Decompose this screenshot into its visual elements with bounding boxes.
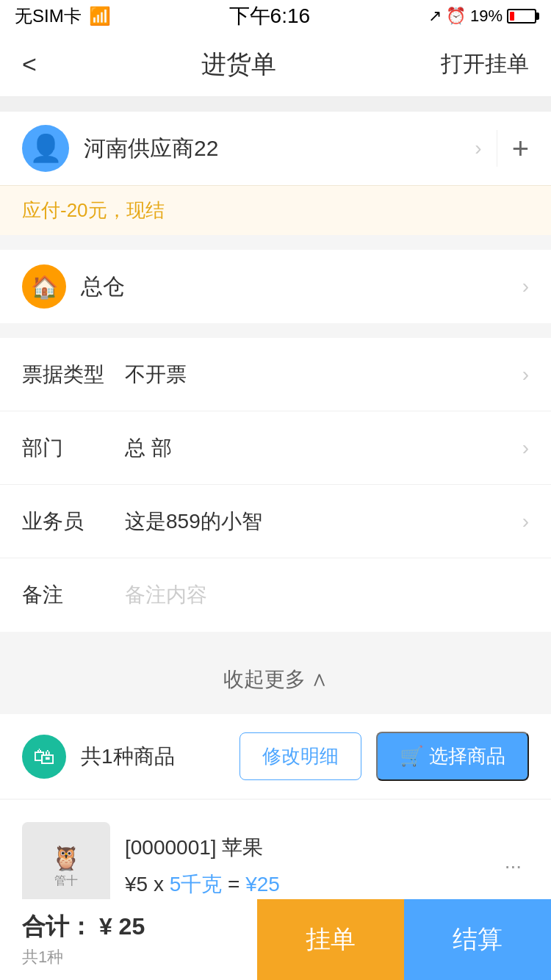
total-value: ¥ 25 [99, 913, 145, 940]
alarm-icon: ⏰ [446, 7, 466, 26]
product-more-button[interactable]: ··· [497, 847, 529, 885]
product-title: 苹果 [222, 836, 263, 859]
status-left: 无SIM卡 📶 [15, 4, 111, 28]
vertical-divider [497, 130, 497, 167]
invoice-row[interactable]: 票据类型 不开票 › [0, 338, 551, 411]
add-supplier-button[interactable]: + [512, 132, 529, 165]
product-price: ¥5 x 5千克 = ¥25 [125, 871, 483, 898]
modify-detail-button[interactable]: 修改明细 [240, 732, 361, 780]
total-label: 合计： [22, 913, 93, 940]
status-bar: 无SIM卡 📶 下午6:16 ↗ ⏰ 19% [0, 0, 551, 32]
product-code: [0000001] [125, 836, 217, 859]
back-button[interactable]: < [22, 50, 37, 79]
product-count-text: 共1种商品 [81, 743, 225, 771]
salesman-row[interactable]: 业务员 这是859的小智 › [0, 485, 551, 558]
department-value: 总 部 [110, 434, 522, 462]
department-chevron-icon: › [522, 436, 529, 460]
product-quantity: 5千克 [170, 873, 223, 896]
owl-logo: 🦉 管十 [51, 844, 81, 889]
product-unit-price: ¥5 [125, 873, 148, 896]
payment-hint: 应付-20元，现结 [0, 185, 551, 235]
product-thumbnail: 🦉 管十 [22, 822, 110, 910]
battery-icon [507, 9, 536, 24]
nav-bar: < 进货单 打开挂单 [0, 32, 551, 97]
product-count-icon: 🛍 [22, 735, 66, 779]
total-main: 合计： ¥ 25 [22, 911, 235, 943]
product-multiply: x [154, 873, 170, 896]
remark-input[interactable]: 备注内容 [110, 581, 529, 609]
bottom-total: 合计： ¥ 25 共1种 [0, 899, 257, 980]
carrier-text: 无SIM卡 [15, 4, 82, 28]
checkout-button[interactable]: 结算 [404, 899, 551, 980]
bottom-bar: 合计： ¥ 25 共1种 挂单 结算 [0, 899, 551, 980]
owl-text: 管十 [54, 873, 78, 889]
remark-label: 备注 [22, 581, 110, 609]
product-header: 🛍 共1种商品 修改明细 🛒 选择商品 [0, 714, 551, 799]
warehouse-icon: 🏠 [22, 264, 66, 309]
warehouse-home-icon: 🏠 [31, 274, 58, 300]
pending-button[interactable]: 挂单 [257, 899, 404, 980]
wifi-icon: 📶 [89, 6, 111, 26]
warehouse-name: 总仓 [81, 272, 522, 302]
department-label: 部门 [22, 434, 110, 462]
product-equals: = [228, 873, 245, 896]
salesman-label: 业务员 [22, 508, 110, 536]
total-sub: 共1种 [22, 946, 235, 968]
salesman-chevron-icon: › [522, 510, 529, 533]
open-pending-button[interactable]: 打开挂单 [441, 49, 529, 79]
select-product-button[interactable]: 🛒 选择商品 [376, 732, 529, 781]
page-title: 进货单 [201, 48, 276, 82]
bag-icon: 🛍 [33, 744, 55, 769]
status-time: 下午6:16 [229, 2, 311, 30]
location-icon: ↗ [428, 7, 442, 26]
owl-icon: 🦉 [51, 844, 81, 872]
supplier-chevron-icon: › [475, 137, 481, 160]
warehouse-row[interactable]: 🏠 总仓 › [0, 250, 551, 323]
remark-row[interactable]: 备注 备注内容 [0, 558, 551, 632]
invoice-chevron-icon: › [522, 363, 529, 386]
avatar-icon: 👤 [29, 133, 62, 164]
collapse-button[interactable]: 收起更多 ∧ [0, 646, 551, 713]
invoice-value: 不开票 [110, 361, 522, 389]
status-right: ↗ ⏰ 19% [428, 7, 536, 26]
form-section: 票据类型 不开票 › 部门 总 部 › 业务员 这是859的小智 › 备注 备注… [0, 338, 551, 632]
warehouse-chevron-icon: › [522, 275, 529, 298]
select-product-label: 选择商品 [429, 743, 505, 769]
department-row[interactable]: 部门 总 部 › [0, 411, 551, 485]
salesman-value: 这是859的小智 [110, 508, 522, 536]
supplier-row[interactable]: 👤 河南供应商22 › + [0, 112, 551, 185]
supplier-name: 河南供应商22 [84, 134, 475, 164]
top-divider [0, 97, 551, 112]
product-info: [0000001] 苹果 ¥5 x 5千克 = ¥25 [125, 834, 483, 898]
cart-icon: 🛒 [400, 745, 423, 768]
battery-percent: 19% [470, 7, 503, 26]
product-total: ¥25 [245, 873, 280, 896]
product-name: [0000001] 苹果 [125, 834, 483, 862]
supplier-avatar: 👤 [22, 125, 69, 172]
invoice-label: 票据类型 [22, 361, 110, 389]
